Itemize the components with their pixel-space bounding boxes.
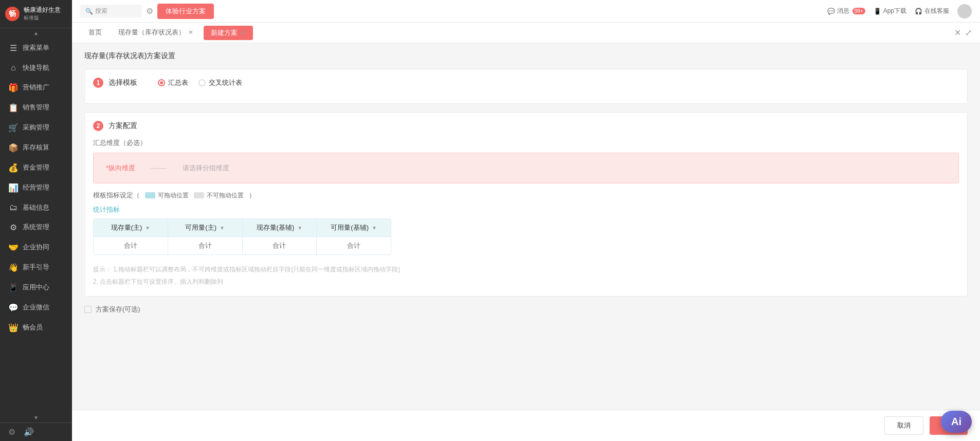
app-download-btn[interactable]: 📱 App下载 — [874, 7, 906, 15]
sidebar-item-label: 畅会员 — [23, 323, 43, 332]
stats-data-row: 合计 合计 合计 合计 — [94, 236, 391, 254]
stats-cell-2: 合计 — [243, 237, 317, 254]
online-service-btn[interactable]: 🎧 在线客服 — [915, 7, 949, 15]
close-window-icon[interactable]: ✕ — [954, 28, 961, 38]
phone-download-icon: 📱 — [874, 8, 881, 15]
dim-separator: —— — [151, 163, 167, 173]
sidebar-item-purchase[interactable]: 🛒 采购管理 — [0, 118, 72, 138]
non-draggable-box — [194, 192, 204, 198]
topbar-search[interactable]: 🔍 搜索 — [80, 5, 142, 17]
stats-col-2[interactable]: 现存量(基辅) ▼ — [243, 219, 317, 236]
col-0-chevron[interactable]: ▼ — [145, 225, 150, 231]
step1-title: 选择模板 — [108, 78, 137, 87]
sidebar-item-sales[interactable]: 📋 销售管理 — [0, 98, 72, 118]
speaker-icon[interactable]: 🔊 — [24, 427, 34, 437]
settings-icon[interactable]: ⚙ — [8, 427, 15, 437]
sidebar-item-system[interactable]: ⚙ 系统管理 — [0, 217, 72, 237]
sidebar-item-marketing[interactable]: 🎁 营销推广 — [0, 78, 72, 98]
sidebar-item-label: 快捷导航 — [23, 63, 49, 72]
sidebar-item-app-center[interactable]: 📱 应用中心 — [0, 278, 72, 298]
col-3-label: 可用量(基辅) — [331, 223, 369, 232]
sidebar-item-cooperation[interactable]: 🤝 企业协同 — [0, 237, 72, 258]
user-avatar[interactable] — [957, 4, 972, 19]
tab-inventory[interactable]: 现存量（库存状况表） ✕ — [110, 23, 202, 43]
app-name: 畅康通好生意 — [24, 6, 61, 14]
sidebar-item-basic-info[interactable]: 🗂 基础信息 — [0, 198, 72, 217]
search-menu-icon: ☰ — [8, 43, 19, 53]
col-3-chevron[interactable]: ▼ — [372, 225, 377, 231]
wave-icon: 👋 — [8, 263, 19, 272]
tab-home[interactable]: 首页 — [80, 23, 110, 43]
sidebar-item-wechat[interactable]: 💬 企业微信 — [0, 298, 72, 318]
sidebar-item-label: 资金管理 — [23, 163, 49, 172]
trial-btn[interactable]: 体验行业方案 — [157, 4, 214, 19]
app-download-label: App下载 — [883, 7, 906, 15]
page-title: 现存量(库存状况表)方案设置 — [84, 51, 968, 61]
message-btn[interactable]: 💬 消息 99+ — [827, 7, 865, 15]
topbar-left: 🔍 搜索 ⚙ 体验行业方案 — [80, 4, 821, 19]
sidebar-item-label: 库存核算 — [23, 143, 49, 152]
handshake-icon: 🤝 — [8, 243, 19, 252]
ai-badge[interactable]: Ai — [941, 411, 972, 433]
dim-placeholder: 请选择分组维度 — [183, 163, 229, 173]
gift-icon: 🎁 — [8, 83, 19, 93]
step2-title: 方案配置 — [108, 121, 137, 131]
sidebar-item-label: 新手引导 — [23, 263, 49, 272]
sidebar-item-search-menu[interactable]: ☰ 搜索菜单 — [0, 38, 72, 58]
headset-icon: 🎧 — [915, 8, 922, 15]
draggable-box — [145, 192, 155, 198]
legend-non-draggable: 不可拖动位置 — [194, 191, 244, 200]
sidebar-item-inventory[interactable]: 📦 库存核算 — [0, 138, 72, 158]
sidebar-item-operations[interactable]: 📊 经营管理 — [0, 178, 72, 198]
stats-col-1[interactable]: 可用量(主) ▼ — [168, 219, 243, 236]
sidebar-item-label: 系统管理 — [23, 223, 49, 232]
sidebar-item-finance[interactable]: 💰 资金管理 — [0, 158, 72, 178]
topbar-gear-icon[interactable]: ⚙ — [146, 6, 153, 16]
non-draggable-label: 不可拖动位置 — [207, 191, 244, 200]
stats-col-3[interactable]: 可用量(基辅) ▼ — [317, 219, 391, 236]
sidebar-item-label: 营销推广 — [23, 83, 49, 92]
tab-new-close[interactable]: ✕ — [241, 29, 246, 36]
step2-badge: 2 — [93, 121, 103, 131]
expand-icon[interactable]: ⤢ — [965, 28, 972, 38]
col-2-chevron[interactable]: ▼ — [297, 225, 302, 231]
col-0-label: 现存量(主) — [111, 223, 142, 232]
step1-header: 1 选择模板 汇总表 交叉统计表 — [93, 78, 959, 88]
footer: 取消 查询 — [72, 410, 980, 441]
sidebar-item-label: 销售管理 — [23, 103, 49, 112]
tab-new-plan[interactable]: 新建方案 ✕ — [204, 26, 253, 40]
sidebar-item-label: 企业协同 — [23, 243, 49, 252]
cart-icon: 🛒 — [8, 123, 19, 133]
sidebar-item-label: 采购管理 — [23, 123, 49, 132]
step1-section: 1 选择模板 汇总表 交叉统计表 — [84, 69, 968, 104]
chat-icon: 💬 — [8, 303, 19, 313]
cancel-button[interactable]: 取消 — [884, 416, 923, 435]
search-placeholder: 搜索 — [95, 7, 107, 15]
stats-col-0[interactable]: 现存量(主) ▼ — [94, 219, 168, 236]
radio-cross-dot — [198, 79, 206, 86]
tabbar: 首页 现存量（库存状况表） ✕ 新建方案 ✕ ✕ ⤢ — [72, 23, 980, 43]
step2-header: 2 方案配置 — [93, 121, 959, 131]
stats-cell-1: 合计 — [168, 237, 243, 254]
stats-table: 现存量(主) ▼ 可用量(主) ▼ 现存量(基辅) ▼ 可用量(基辅) ▼ — [93, 218, 391, 255]
sidebar-item-member[interactable]: 👑 畅会员 — [0, 318, 72, 338]
sidebar-item-guide[interactable]: 👋 新手引导 — [0, 258, 72, 278]
tabbar-right: ✕ ⤢ — [954, 28, 972, 38]
col-1-chevron[interactable]: ▼ — [220, 225, 225, 231]
radio-cross[interactable]: 交叉统计表 — [198, 78, 242, 87]
gear-icon: ⚙ — [8, 223, 19, 232]
col-2-label: 现存量(基辅) — [257, 223, 295, 232]
save-checkbox[interactable] — [84, 306, 92, 313]
sales-icon: 📋 — [8, 103, 19, 113]
folder-icon: 🗂 — [8, 203, 19, 212]
radio-summary[interactable]: 汇总表 — [158, 78, 188, 87]
sidebar-item-quick-nav[interactable]: ⌂ 快捷导航 — [0, 58, 72, 78]
sidebar-item-label: 基础信息 — [23, 203, 49, 212]
tab-inventory-close[interactable]: ✕ — [188, 29, 193, 36]
sidebar-scroll-up[interactable]: ▲ — [0, 28, 72, 38]
sidebar-scroll-down[interactable]: ▼ — [0, 413, 72, 422]
dimension-zone[interactable]: *纵向维度 —— 请选择分组维度 — [93, 153, 959, 183]
phone-icon: 📱 — [8, 283, 19, 292]
topbar-right: 💬 消息 99+ 📱 App下载 🎧 在线客服 — [827, 4, 972, 19]
dim-required-label: *纵向维度 — [106, 163, 135, 173]
